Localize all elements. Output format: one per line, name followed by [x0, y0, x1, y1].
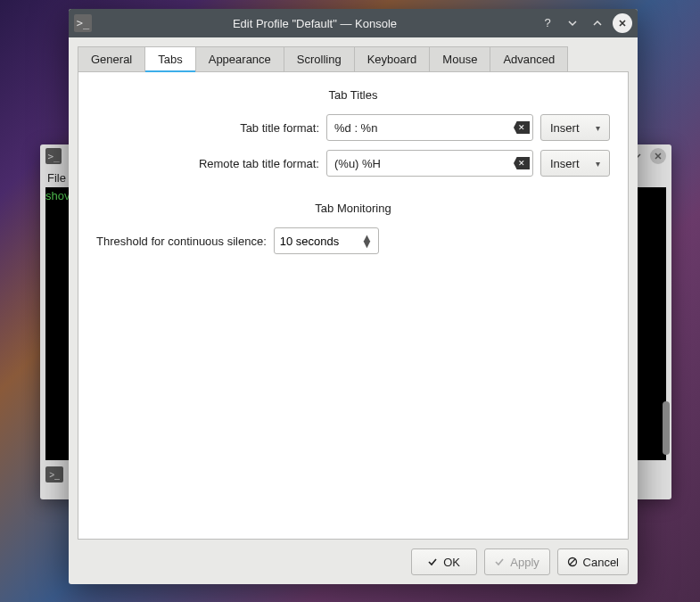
tab-advanced[interactable]: Advanced — [490, 46, 568, 71]
tab-general[interactable]: General — [78, 46, 145, 71]
help-button[interactable]: ? — [538, 13, 557, 33]
tab-keyboard[interactable]: Keyboard — [354, 46, 431, 71]
insert-button-tab-title[interactable]: Insert ▾ — [540, 114, 610, 141]
input-remote-tab-title-format[interactable] — [326, 150, 533, 177]
check-icon — [427, 557, 438, 567]
tab-panel-tabs: Tab Titles Tab title format: ✕ Insert ▾ … — [78, 72, 629, 540]
cancel-button[interactable]: Cancel — [557, 548, 629, 575]
clear-icon[interactable]: ✕ — [514, 157, 530, 169]
close-button[interactable] — [613, 13, 632, 33]
minimize-button[interactable] — [563, 13, 582, 33]
svg-text:?: ? — [544, 18, 550, 29]
edit-profile-dialog: >_ Edit Profile "Default" — Konsole ? Ge… — [69, 9, 638, 584]
tab-mouse[interactable]: Mouse — [429, 46, 490, 71]
check-icon — [494, 557, 505, 567]
clear-icon[interactable]: ✕ — [514, 121, 530, 134]
input-tab-title-format[interactable] — [326, 114, 533, 141]
bg-tab-terminal-icon[interactable]: >_ — [45, 466, 63, 482]
label-tab-title-format: Tab title format: — [96, 121, 319, 135]
ok-label: OK — [443, 556, 460, 569]
ok-button[interactable]: OK — [411, 548, 477, 575]
section-title-tab-monitoring: Tab Monitoring — [96, 202, 610, 215]
dialog-titlebar: >_ Edit Profile "Default" — Konsole ? — [69, 9, 638, 37]
tab-tabs[interactable]: Tabs — [144, 46, 195, 71]
apply-button: Apply — [484, 548, 550, 575]
cancel-icon — [567, 557, 578, 567]
dialog-footer: OK Apply Cancel — [69, 540, 638, 584]
section-title-tab-titles: Tab Titles — [96, 88, 610, 102]
label-silence-threshold: Threshold for continuous silence: — [96, 235, 267, 248]
maximize-button[interactable] — [588, 13, 607, 33]
spin-arrows-icon[interactable]: ▲▼ — [361, 235, 373, 247]
silence-threshold-value: 10 seconds — [280, 235, 340, 248]
bg-scrollbar[interactable] — [663, 401, 670, 455]
dialog-title: Edit Profile "Default" — Konsole — [97, 17, 532, 30]
tab-scrolling[interactable]: Scrolling — [284, 46, 355, 71]
insert-button-remote-tab-title[interactable]: Insert ▾ — [540, 150, 610, 177]
apply-label: Apply — [510, 556, 539, 569]
tab-appearance[interactable]: Appearance — [195, 46, 284, 71]
terminal-icon: >_ — [74, 14, 92, 32]
chevron-down-icon: ▾ — [596, 159, 600, 169]
chevron-down-icon: ▾ — [596, 123, 600, 133]
silence-threshold-spinbox[interactable]: 10 seconds ▲▼ — [274, 227, 379, 254]
bg-terminal-text: shov — [45, 189, 70, 202]
label-remote-tab-title-format: Remote tab title format: — [96, 157, 319, 170]
tabbar: General Tabs Appearance Scrolling Keyboa… — [78, 46, 629, 72]
insert-label: Insert — [550, 157, 580, 170]
bg-close-button[interactable] — [650, 148, 666, 164]
insert-label: Insert — [550, 121, 580, 135]
terminal-icon: >_ — [45, 148, 62, 164]
cancel-label: Cancel — [583, 556, 619, 569]
